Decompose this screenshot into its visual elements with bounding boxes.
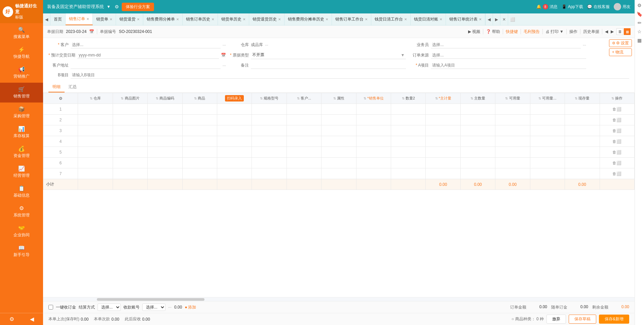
col-header-0[interactable]: ⚙ xyxy=(43,93,78,104)
tab-nav-btn-0[interactable]: ◀ xyxy=(485,13,493,25)
tab-nav-btn-2[interactable]: ✕ xyxy=(500,13,508,25)
customer-dots[interactable]: ··· xyxy=(223,43,226,47)
sort-icon-7[interactable]: ⇅ xyxy=(297,96,300,100)
print-dropdown-icon[interactable]: ▼ xyxy=(560,29,564,34)
tab-close-6[interactable]: ✕ xyxy=(243,17,245,21)
subtab-1[interactable]: 汇总 xyxy=(65,82,81,92)
tab-12[interactable]: 销售订单统计表✕ xyxy=(446,13,485,25)
tab-nav-btn-3[interactable]: ⬜ xyxy=(508,13,517,25)
row-copy-btn-2[interactable]: ⬜ xyxy=(616,128,621,133)
sidebar-collapse-icon[interactable]: ◀ xyxy=(30,316,34,322)
col-header-8[interactable]: ⇅ 属性 xyxy=(321,93,356,104)
sidebar-item-11[interactable]: 📖新手引导 xyxy=(0,241,43,261)
sort-icon-2[interactable]: ⇅ xyxy=(121,96,123,100)
sort-icon-3[interactable]: ⇅ xyxy=(156,96,158,100)
view-btn[interactable]: ▶ 视频 xyxy=(468,29,480,35)
save-new-button[interactable]: 保存&新增 xyxy=(599,315,629,324)
row-copy-btn-1[interactable]: ⬜ xyxy=(616,118,621,122)
tab-close-10[interactable]: ✕ xyxy=(404,17,407,21)
horizontal-scrollbar[interactable] xyxy=(43,297,635,301)
subtab-0[interactable]: 明细 xyxy=(48,82,65,92)
col-header-1[interactable]: ⇅ 仓库 xyxy=(78,93,113,104)
sidebar-item-6[interactable]: 💰资金管理 xyxy=(0,142,43,162)
sort-icon-1[interactable]: ⇅ xyxy=(90,96,92,100)
sort-icon-16[interactable]: ⇅ xyxy=(611,96,614,100)
app-download-item[interactable]: 📱 App下载 xyxy=(562,4,583,10)
row-copy-btn-0[interactable]: ⬜ xyxy=(616,107,621,112)
bookmark-icon[interactable]: 🔖 xyxy=(636,10,644,18)
sidebar-settings-icon[interactable]: ⚙ xyxy=(9,316,14,322)
sidebar-item-3[interactable]: 🛒销售管理 xyxy=(0,83,43,103)
tab-5[interactable]: 销售订单历史✕ xyxy=(183,13,218,25)
tab-11[interactable]: 钱货日清对账✕ xyxy=(411,13,446,25)
print-btn[interactable]: 🖨 打印 ▼ xyxy=(545,29,564,35)
tab-7[interactable]: 销货退货历史✕ xyxy=(249,13,285,25)
col-header-10[interactable]: ⇅ 数量2 xyxy=(391,93,426,104)
col-header-2[interactable]: ⇅ 商品图片 xyxy=(113,93,147,104)
customer-input[interactable] xyxy=(71,41,221,48)
col-settings-icon[interactable]: ⚙ xyxy=(59,96,63,101)
b-project-input[interactable] xyxy=(71,72,629,79)
system-title-dropdown[interactable]: ▼ xyxy=(107,4,111,9)
history-btn[interactable]: 历史单据 xyxy=(583,29,599,35)
sidebar-item-8[interactable]: 📋基础信息 xyxy=(0,182,43,202)
data-table-wrapper[interactable]: ⚙⇅ 仓库⇅ 商品图片⇅ 商品编码⇅ 商品扫码录入⇅ 规格型号⇅ 客户...⇅ … xyxy=(43,93,635,297)
sidebar-item-7[interactable]: 📈经营管理 xyxy=(0,162,43,182)
sort-icon-14[interactable]: ⇅ xyxy=(538,96,541,100)
shortcut-btn[interactable]: 快捷键 xyxy=(506,29,518,35)
tab-close-4[interactable]: ✕ xyxy=(176,17,179,21)
edit-icon[interactable]: ✏ xyxy=(636,19,644,27)
delivery-date-input[interactable] xyxy=(77,52,219,59)
tab-close-9[interactable]: ✕ xyxy=(365,17,368,21)
staff-input[interactable] xyxy=(431,41,581,48)
tab-2[interactable]: 销货单✕ xyxy=(93,13,116,25)
tab-close-5[interactable]: ✕ xyxy=(212,17,214,21)
sidebar-item-5[interactable]: 📊库存核算 xyxy=(0,122,43,142)
sidebar-item-0[interactable]: 🔍搜索菜单 xyxy=(0,23,43,43)
tab-close-2[interactable]: ✕ xyxy=(110,17,112,21)
sort-icon-10[interactable]: ⇅ xyxy=(402,96,405,100)
star-icon[interactable]: ☆ xyxy=(636,28,644,36)
row-delete-btn-0[interactable]: 🗑 xyxy=(612,107,616,112)
user-item[interactable]: 用友 xyxy=(614,3,631,10)
invoice-type-select[interactable]: 不开票 ▼ xyxy=(251,51,406,59)
settings-button[interactable]: ⚙ ⚙ 设置 xyxy=(609,39,632,47)
account-select[interactable]: 选择... xyxy=(142,303,165,311)
operate-btn[interactable]: 操作 xyxy=(569,29,577,35)
sort-icon-12[interactable]: ⇅ xyxy=(470,96,473,100)
layout-grid-btn[interactable]: ▦ xyxy=(624,28,631,35)
sort-icon-13[interactable]: ⇅ xyxy=(505,96,508,100)
layout-list-btn[interactable]: ☰ xyxy=(616,28,623,35)
tab-close-8[interactable]: ✕ xyxy=(326,17,328,21)
add-btn[interactable]: ● 添加 xyxy=(185,304,196,310)
sort-icon-15[interactable]: ⇅ xyxy=(575,96,577,100)
tab-close-11[interactable]: ✕ xyxy=(440,17,442,21)
tab-close-3[interactable]: ✕ xyxy=(137,17,140,21)
sidebar-item-1[interactable]: ⚡快捷导航 xyxy=(0,43,43,63)
tab-8[interactable]: 销售费用分摊单历史✕ xyxy=(285,13,332,25)
row-delete-btn-2[interactable]: 🗑 xyxy=(612,128,616,133)
col-header-6[interactable]: ⇅ 规格型号 xyxy=(252,93,287,104)
col-header-12[interactable]: ⇅ 主数量 xyxy=(460,93,495,104)
col-header-9[interactable]: ⇅ *销售单位 xyxy=(356,93,391,104)
row-delete-btn-3[interactable]: 🗑 xyxy=(612,139,616,144)
sort-icon-9[interactable]: ⇅ xyxy=(364,96,366,100)
row-copy-btn-5[interactable]: ⬜ xyxy=(616,161,621,165)
row-copy-btn-6[interactable]: ⬜ xyxy=(616,171,621,176)
col-header-13[interactable]: ⇅ 可用量 xyxy=(495,93,530,104)
sidebar-item-2[interactable]: 📢营销推广 xyxy=(0,63,43,83)
action-button[interactable]: 体验行业方案 xyxy=(122,3,154,11)
help-btn[interactable]: ❓ 帮助 xyxy=(486,29,500,35)
discard-button[interactable]: 放弃 xyxy=(546,315,566,324)
logistics-button[interactable]: + 物流 xyxy=(609,48,632,56)
col-header-14[interactable]: ⇅ 可用量... xyxy=(530,93,565,104)
col-header-5[interactable]: 扫码录入 xyxy=(217,93,252,104)
col-header-4[interactable]: ⇅ 商品 xyxy=(182,93,217,104)
tab-4[interactable]: 销售费用分摊单✕ xyxy=(143,13,183,25)
warehouse-dots[interactable]: ··· xyxy=(265,43,268,47)
scan-btn[interactable]: 扫码录入 xyxy=(225,95,244,101)
row-delete-btn-5[interactable]: 🗑 xyxy=(612,161,616,165)
tab-close-1[interactable]: ✕ xyxy=(86,17,89,21)
remark-input[interactable] xyxy=(251,62,406,69)
notification-item[interactable]: 🔔 8 消息 xyxy=(536,4,558,10)
